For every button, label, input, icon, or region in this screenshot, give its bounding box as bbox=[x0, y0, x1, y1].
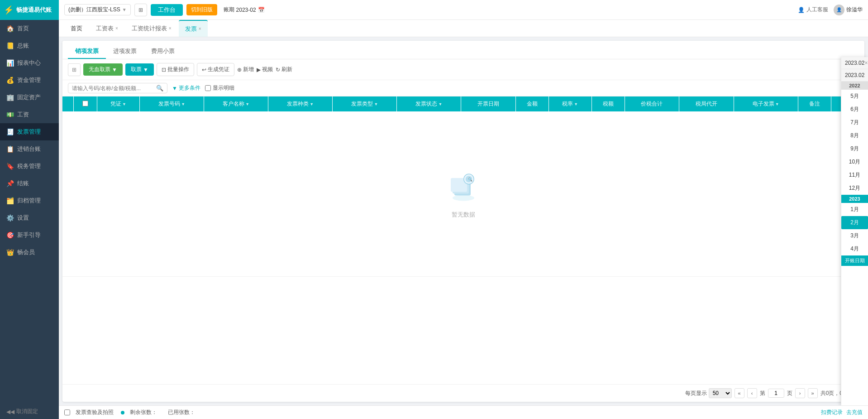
col-header-remark: 备注 bbox=[798, 96, 831, 111]
recharge-link[interactable]: 去充值 bbox=[846, 409, 863, 416]
footer-links: 扣费记录 去充值 bbox=[821, 409, 863, 416]
search-icon[interactable]: 🔍 bbox=[156, 85, 163, 92]
batch-ops-btn[interactable]: ⊡ 批量操作 bbox=[157, 63, 194, 76]
month-6月[interactable]: 6月 bbox=[841, 103, 868, 116]
month-active[interactable]: 2月 bbox=[841, 216, 868, 229]
month-8月[interactable]: 8月 bbox=[841, 129, 868, 142]
company-settings-btn[interactable]: ⊞ bbox=[134, 4, 147, 16]
company-selector[interactable]: (勿删）江西股宝-LSS ▼ bbox=[64, 4, 131, 15]
fee-records-link[interactable]: 扣费记录 bbox=[821, 409, 843, 416]
month-12月[interactable]: 12月 bbox=[841, 182, 868, 195]
col-label-invoice_status: 发票状态 bbox=[415, 101, 437, 107]
last-page-btn[interactable]: » bbox=[808, 388, 818, 398]
more-conditions-label: 更多条件 bbox=[179, 84, 200, 92]
col-label-voucher: 凭证 bbox=[110, 101, 121, 107]
tab-close-2[interactable]: × bbox=[169, 26, 172, 31]
toolbar: ⊞ 无血取票 ▼ 取票 ▼ ⊡ 批量操作 ↩ 生成凭证 bbox=[62, 59, 864, 80]
verify-checkbox[interactable] bbox=[64, 409, 70, 415]
tab-1[interactable]: 工资表× bbox=[90, 20, 124, 37]
col-label-total: 价税合计 bbox=[641, 101, 663, 107]
tabbar: 首页工资表×工资统计报表×发票× bbox=[59, 20, 868, 37]
sidebar-item-发票管理[interactable]: 🧾发票管理 bbox=[0, 123, 59, 140]
tab-close-3[interactable]: × bbox=[199, 26, 201, 31]
show-detail-checkbox[interactable] bbox=[205, 85, 211, 91]
sidebar-item-总账[interactable]: 📒总账 bbox=[0, 37, 59, 54]
month-3月[interactable]: 3月 bbox=[841, 229, 868, 242]
workbench-button[interactable]: 工作台 bbox=[151, 4, 183, 16]
customer-service-btn[interactable]: 👤 人工客服 bbox=[798, 6, 828, 14]
search-input[interactable] bbox=[72, 85, 154, 92]
month-1月[interactable]: 1月 bbox=[841, 203, 868, 216]
no-tax-btn[interactable]: 无血取票 ▼ bbox=[83, 63, 123, 76]
tab-close-1[interactable]: × bbox=[115, 26, 118, 31]
more-conditions-btn[interactable]: ▼ 更多条件 bbox=[172, 84, 200, 92]
month-10月[interactable]: 10月 bbox=[841, 155, 868, 169]
col-filter-invoice_category[interactable]: ▼ bbox=[374, 102, 378, 106]
sidebar-item-畅会员[interactable]: 👑畅会员 bbox=[0, 244, 59, 261]
grid-settings-icon[interactable]: ⊞ bbox=[68, 63, 81, 76]
month-9月[interactable]: 9月 bbox=[841, 142, 868, 155]
sidebar-logo: ⚡ 畅捷通易代账 bbox=[0, 0, 59, 20]
month-4月[interactable]: 4月 bbox=[841, 242, 868, 255]
sidebar-item-资金管理[interactable]: 💰资金管理 bbox=[0, 72, 59, 89]
take-ticket-btn[interactable]: 取票 ▼ bbox=[125, 63, 154, 76]
user-name: 徐溢华 bbox=[846, 6, 863, 14]
col-filter-voucher[interactable]: ▼ bbox=[122, 102, 126, 106]
used-label: 已用张数： bbox=[168, 409, 195, 416]
logo-text: 畅捷通易代账 bbox=[16, 6, 52, 14]
col-filter-invoice_no[interactable]: ▼ bbox=[181, 102, 185, 106]
open-period-label[interactable]: 开账日期 bbox=[841, 255, 868, 266]
col-filter-customer[interactable]: ▼ bbox=[245, 102, 249, 106]
month-11月[interactable]: 11月 bbox=[841, 169, 868, 182]
sidebar-item-报表中心[interactable]: 📊报表中心 bbox=[0, 54, 59, 72]
col-filter-tax_rate[interactable]: ▼ bbox=[574, 102, 578, 106]
month-7月[interactable]: 7月 bbox=[841, 116, 868, 129]
refresh-btn[interactable]: ↻ 刷新 bbox=[276, 66, 292, 73]
sidebar-item-首页[interactable]: 🏠首页 bbox=[0, 20, 59, 37]
col-header-tax_rate: 税率▼ bbox=[548, 96, 591, 111]
add-icon: ⊕ bbox=[237, 67, 242, 73]
subtab-2[interactable]: 费用小票 bbox=[144, 44, 182, 59]
tab-0[interactable]: 首页 bbox=[64, 20, 89, 37]
sidebar-label-2: 报表中心 bbox=[17, 59, 41, 67]
gen-voucher-btn[interactable]: ↩ 生成凭证 bbox=[197, 63, 234, 76]
sidebar-label-5: 工资 bbox=[17, 111, 29, 119]
subtab-0[interactable]: 销项发票 bbox=[68, 44, 106, 59]
col-header-issue_date: 开票日期 bbox=[461, 96, 515, 111]
col-filter-invoice_type[interactable]: ▼ bbox=[310, 102, 314, 106]
tab-label-2: 工资统计报表 bbox=[132, 24, 167, 33]
empty-icon: 🔍 bbox=[445, 169, 482, 205]
verify-label: 发票查验及拍照 bbox=[76, 409, 114, 416]
add-new-btn[interactable]: ⊕ 新增 bbox=[237, 66, 254, 73]
next-page-btn[interactable]: › bbox=[795, 388, 805, 398]
month-5月[interactable]: 5月 bbox=[841, 90, 868, 103]
user-profile[interactable]: 👤 徐溢华 bbox=[834, 5, 863, 15]
col-header-checkbox bbox=[74, 96, 97, 111]
topbar: (勿删）江西股宝-LSS ▼ ⊞ 工作台 切到旧版 账期 2023-02 📅 👤… bbox=[59, 0, 868, 20]
col-filter-invoice_status[interactable]: ▼ bbox=[438, 102, 442, 106]
sidebar-item-结账[interactable]: 📌结账 bbox=[0, 175, 59, 192]
video-btn[interactable]: ▶ 视频 bbox=[257, 66, 273, 73]
sidebar-item-固定资产[interactable]: 🏢固定资产 bbox=[0, 89, 59, 106]
select-all-checkbox[interactable] bbox=[82, 101, 88, 106]
sidebar-bottom[interactable]: ◀◀ 取消固定 bbox=[0, 404, 59, 419]
switch-version-button[interactable]: 切到旧版 bbox=[186, 4, 217, 15]
sidebar-item-工资[interactable]: 💵工资 bbox=[0, 106, 59, 123]
sidebar-item-设置[interactable]: ⚙️设置 bbox=[0, 209, 59, 226]
sidebar-item-新手引导[interactable]: 🎯新手引导 bbox=[0, 226, 59, 244]
sidebar-item-税务管理[interactable]: 🔖税务管理 bbox=[0, 158, 59, 175]
gen-icon: ↩ bbox=[202, 67, 206, 73]
page-size-select[interactable]: 50 10 20 100 bbox=[709, 388, 732, 398]
col-filter-electronic[interactable]: ▼ bbox=[775, 102, 779, 106]
date-panel-close-btn[interactable]: × bbox=[864, 60, 868, 66]
tab-2[interactable]: 工资统计报表× bbox=[125, 20, 178, 37]
page-number-input[interactable] bbox=[768, 389, 784, 398]
col-header-customer: 客户名称▼ bbox=[204, 96, 268, 111]
sidebar-item-归档管理[interactable]: 🗂️归档管理 bbox=[0, 192, 59, 209]
prev-page-btn[interactable]: ‹ bbox=[747, 388, 757, 398]
sidebar-item-进销台账[interactable]: 📋进销台账 bbox=[0, 140, 59, 158]
tab-3[interactable]: 发票× bbox=[179, 20, 208, 37]
first-page-btn[interactable]: « bbox=[734, 388, 744, 398]
tab-label-0: 首页 bbox=[71, 24, 82, 33]
subtab-1[interactable]: 进项发票 bbox=[106, 44, 144, 59]
